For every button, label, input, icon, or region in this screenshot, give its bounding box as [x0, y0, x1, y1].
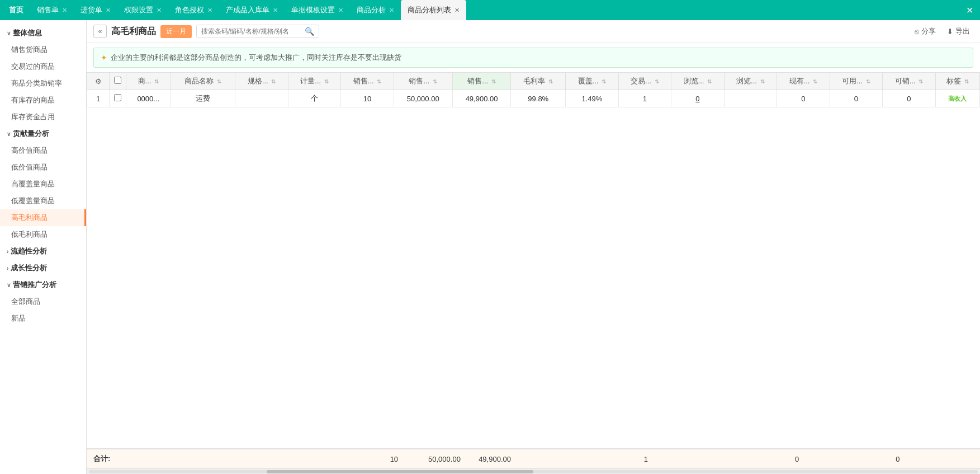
- col-browse1[interactable]: 浏览... ⇅: [671, 73, 725, 90]
- footer-cell-sales2: 50,000.00: [419, 455, 470, 463]
- row-sales1: 10: [341, 90, 394, 107]
- sidebar-item-category-rate[interactable]: 商品分类助销率: [0, 75, 86, 92]
- sidebar-item-new-goods[interactable]: 新品: [0, 310, 86, 327]
- tab-template[interactable]: 单据模板设置 ✕: [285, 0, 350, 20]
- horizontal-scrollbar[interactable]: [87, 468, 980, 474]
- close-all-button[interactable]: ✕: [964, 5, 976, 16]
- sidebar-group-trend[interactable]: › 流趋性分析: [0, 243, 86, 260]
- content-header: « 高毛利商品 近一月 🔍 ⎋ 分享 ⬇ 导出: [87, 20, 980, 43]
- select-all-checkbox[interactable]: [114, 77, 121, 84]
- col-browse2[interactable]: 浏览... ⇅: [724, 73, 777, 90]
- sort-icon: ⇅: [433, 78, 437, 85]
- share-icon: ⎋: [915, 27, 919, 36]
- footer-cell-sales3: 49,900.00: [470, 455, 520, 463]
- col-spec[interactable]: 规格... ⇅: [235, 73, 288, 90]
- scroll-thumb[interactable]: [267, 470, 533, 473]
- row-stock2: 0: [830, 90, 883, 107]
- col-sales2[interactable]: 销售... ⇅: [394, 73, 452, 90]
- col-sales1[interactable]: 销售... ⇅: [341, 73, 394, 90]
- footer-cell-16: [923, 455, 973, 463]
- footer-cell-sales1: 10: [369, 455, 419, 463]
- sort-icon: ⇅: [760, 78, 765, 85]
- sidebar-item-high-margin[interactable]: 高毛利商品: [0, 209, 86, 226]
- tab-purchase[interactable]: 进货单 ✕: [74, 0, 117, 20]
- close-icon[interactable]: ✕: [455, 7, 460, 14]
- close-icon[interactable]: ✕: [62, 7, 67, 14]
- sidebar-item-stock-capital[interactable]: 库存资金占用: [0, 109, 86, 125]
- scroll-track[interactable]: [89, 470, 978, 473]
- row-name: 运费: [171, 90, 235, 107]
- footer-cell-transaction: 1: [621, 455, 671, 463]
- tab-analysis[interactable]: 商品分析 ✕: [350, 0, 401, 20]
- col-checkbox[interactable]: [110, 73, 126, 90]
- col-name[interactable]: 商品名称 ⇅: [171, 73, 235, 90]
- sort-icon: ⇅: [217, 78, 221, 85]
- tab-permission[interactable]: 权限设置 ✕: [117, 0, 168, 20]
- col-sales3[interactable]: 销售... ⇅: [452, 73, 511, 90]
- row-browse1[interactable]: 0: [671, 90, 725, 107]
- close-icon[interactable]: ✕: [338, 7, 343, 14]
- sidebar: ∨ 整体信息 销售货商品 交易过的商品 商品分类助销率 有库存的商品 库存资金占…: [0, 20, 87, 474]
- filter-period-button[interactable]: 近一月: [160, 25, 192, 38]
- tab-sales[interactable]: 销售单 ✕: [30, 0, 74, 20]
- sidebar-group-marketing[interactable]: ∨ 营销推广分析: [0, 276, 86, 293]
- chevron-right-icon: ›: [7, 265, 8, 271]
- footer-cell-2: [218, 455, 268, 463]
- sidebar-item-high-coverage[interactable]: 高覆盖量商品: [0, 176, 86, 193]
- col-settings[interactable]: ⚙: [87, 73, 110, 90]
- col-transaction[interactable]: 交易... ⇅: [618, 73, 671, 90]
- page-title: 高毛利商品: [111, 26, 156, 37]
- sidebar-item-sales-goods[interactable]: 销售货商品: [0, 41, 86, 58]
- search-input[interactable]: [201, 27, 302, 35]
- col-tag[interactable]: 标签 ⇅: [935, 73, 979, 90]
- sort-icon: ⇅: [655, 78, 659, 85]
- chevron-down-icon: ∨: [7, 131, 11, 137]
- sort-icon: ⇅: [707, 78, 712, 85]
- close-icon[interactable]: ✕: [207, 7, 212, 14]
- sidebar-item-high-value[interactable]: 高价值商品: [0, 142, 86, 159]
- col-unit[interactable]: 计量... ⇅: [288, 73, 341, 90]
- sort-icon: ⇅: [548, 78, 553, 85]
- col-coverage[interactable]: 覆盖... ⇅: [566, 73, 619, 90]
- total-label: 合计:: [93, 454, 110, 464]
- row-checkbox-cell[interactable]: [110, 90, 126, 107]
- collapse-sidebar-button[interactable]: «: [93, 25, 107, 38]
- export-button[interactable]: ⬇ 导出: [944, 25, 973, 38]
- col-code[interactable]: 商... ⇅: [126, 73, 171, 90]
- col-stock3[interactable]: 可销... ⇅: [883, 73, 936, 90]
- tab-role[interactable]: 角色授权 ✕: [168, 0, 219, 20]
- sidebar-group-growth[interactable]: › 成长性分析: [0, 260, 86, 276]
- footer-cell-1: [167, 455, 217, 463]
- footer-cells: 10 50,000.00 49,900.00 1 0 0: [117, 455, 973, 463]
- close-icon[interactable]: ✕: [106, 7, 111, 14]
- row-code[interactable]: 0000...: [126, 90, 171, 107]
- share-button[interactable]: ⎋ 分享: [911, 25, 939, 38]
- close-icon[interactable]: ✕: [157, 7, 162, 14]
- tab-home[interactable]: 首页: [2, 0, 30, 20]
- sidebar-item-low-coverage[interactable]: 低覆盖量商品: [0, 193, 86, 209]
- sidebar-item-traded-goods[interactable]: 交易过的商品: [0, 58, 86, 75]
- sort-icon: ⇅: [866, 78, 870, 85]
- tab-analysis-list[interactable]: 商品分析列表 ✕: [401, 0, 466, 20]
- sidebar-group-contribution[interactable]: ∨ 贡献量分析: [0, 125, 86, 142]
- sidebar-item-all-goods[interactable]: 全部商品: [0, 293, 86, 310]
- chevron-down-icon: ∨: [7, 30, 11, 36]
- col-stock2[interactable]: 可用... ⇅: [830, 73, 883, 90]
- search-icon[interactable]: 🔍: [305, 27, 314, 36]
- sort-icon: ⇅: [324, 78, 329, 85]
- export-icon: ⬇: [947, 27, 953, 36]
- sidebar-item-in-stock[interactable]: 有库存的商品: [0, 92, 86, 109]
- col-stock1[interactable]: 现有... ⇅: [777, 73, 830, 90]
- table-container[interactable]: ⚙ 商... ⇅ 商品名称 ⇅: [87, 72, 980, 448]
- col-gross-rate[interactable]: 毛利率 ⇅: [511, 73, 566, 90]
- footer-cell-0: [117, 455, 167, 463]
- row-checkbox[interactable]: [114, 94, 121, 101]
- sidebar-item-low-value[interactable]: 低价值商品: [0, 159, 86, 176]
- sidebar-group-overall[interactable]: ∨ 整体信息: [0, 25, 86, 41]
- row-browse2: [724, 90, 777, 107]
- sidebar-item-low-margin[interactable]: 低毛利商品: [0, 226, 86, 243]
- tab-product-inbound[interactable]: 产成品入库单 ✕: [219, 0, 285, 20]
- close-icon[interactable]: ✕: [273, 7, 278, 14]
- close-icon[interactable]: ✕: [389, 7, 394, 14]
- sort-icon: ⇅: [602, 78, 606, 85]
